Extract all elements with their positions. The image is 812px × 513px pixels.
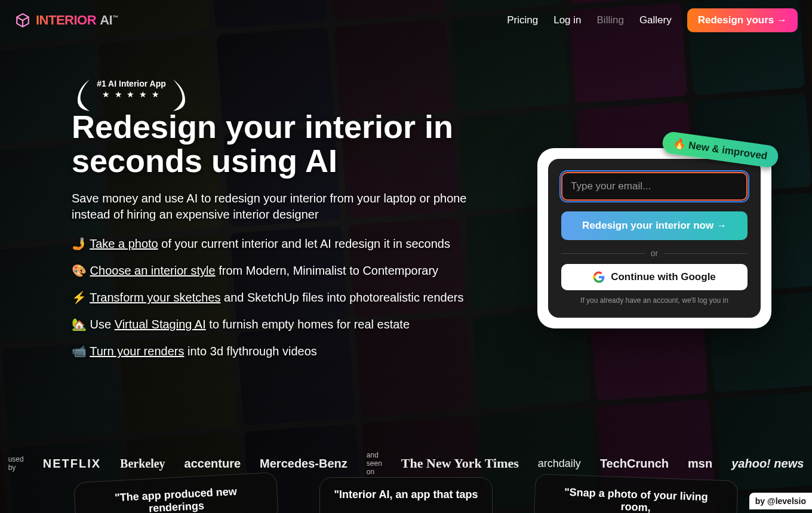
quote-card: "The app produced new renderings xyxy=(73,472,279,513)
cube-icon xyxy=(14,12,31,29)
brand-yahoo: yahoo! news xyxy=(731,457,804,471)
subheading: Save money and use AI to redesign your i… xyxy=(72,191,490,223)
brand-mercedes: Mercedes-Benz xyxy=(260,457,347,471)
brand-berkeley: Berkeley xyxy=(120,457,165,471)
page-title: Redesign your interior in seconds using … xyxy=(72,110,513,177)
feature-bullets: 🤳 Take a photo of your current interior … xyxy=(72,236,513,360)
google-icon xyxy=(593,271,605,283)
badge-text: #1 AI Interior App xyxy=(97,79,166,88)
top-nav: Pricing Log in Billing Gallery Redesign … xyxy=(507,8,798,32)
link-choose-style[interactable]: Choose an interior style xyxy=(90,264,216,277)
redesign-yours-button[interactable]: Redesign yours → xyxy=(687,8,798,32)
hero-left: #1 AI Interior App ★ ★ ★ ★ ★ Redesign yo… xyxy=(72,76,513,370)
brand-msn: msn xyxy=(688,457,712,471)
or-divider: or xyxy=(561,248,748,258)
badge-stars: ★ ★ ★ ★ ★ xyxy=(102,90,161,99)
brand-accenture: accenture xyxy=(184,457,241,471)
link-virtual-staging[interactable]: Virtual Staging AI xyxy=(115,318,206,331)
quote-cards: "The app produced new renderings "Interi… xyxy=(0,477,812,513)
logo-text: INTERIORAI™ xyxy=(36,13,118,28)
nav-billing[interactable]: Billing xyxy=(597,14,624,26)
award-badge: #1 AI Interior App ★ ★ ★ ★ ★ xyxy=(72,76,191,99)
logo[interactable]: INTERIORAI™ xyxy=(14,12,118,29)
brand-techcrunch: TechCrunch xyxy=(600,457,669,471)
site-header: INTERIORAI™ Pricing Log in Billing Galle… xyxy=(0,0,812,41)
quote-card: "Interior AI, an app that taps xyxy=(319,477,493,513)
email-input[interactable] xyxy=(561,172,748,201)
brand-netflix: NETFLIX xyxy=(43,457,101,471)
press-strip: used by NETFLIX Berkeley accenture Merce… xyxy=(0,451,812,476)
link-take-photo[interactable]: Take a photo xyxy=(90,237,158,250)
bullet-sketches: ⚡ Transform your sketches and SketchUp f… xyxy=(72,290,490,306)
hero-section: #1 AI Interior App ★ ★ ★ ★ ★ Redesign yo… xyxy=(0,41,812,370)
bullet-photo: 🤳 Take a photo of your current interior … xyxy=(72,236,490,252)
quote-card: "Snap a photo of your living room, xyxy=(534,474,739,513)
seen-on-label: and seen on xyxy=(367,451,382,476)
continue-google-button[interactable]: Continue with Google xyxy=(561,264,748,290)
brand-nyt: The New York Times xyxy=(401,456,519,471)
redesign-now-button[interactable]: Redesign your interior now → xyxy=(561,211,748,240)
nav-pricing[interactable]: Pricing xyxy=(507,14,538,26)
bullet-renders: 📹 Turn your renders into 3d flythrough v… xyxy=(72,343,490,360)
signup-card: 🔥 New & improved Redesign your interior … xyxy=(537,148,771,370)
bullet-style: 🎨 Choose an interior style from Modern, … xyxy=(72,263,490,279)
nav-login[interactable]: Log in xyxy=(553,14,581,26)
brand-archdaily: archdaily xyxy=(538,457,581,470)
link-transform-sketches[interactable]: Transform your sketches xyxy=(90,291,220,304)
used-by-label: used by xyxy=(8,455,24,472)
bullet-staging: 🏡 Use Virtual Staging AI to furnish empt… xyxy=(72,317,490,333)
laurel-left-icon xyxy=(72,76,96,112)
nav-gallery[interactable]: Gallery xyxy=(639,14,672,26)
link-turn-renders[interactable]: Turn your renders xyxy=(90,345,184,358)
laurel-right-icon xyxy=(167,76,191,112)
signup-note: If you already have an account, we'll lo… xyxy=(561,296,748,305)
byline-link[interactable]: by @levelsio xyxy=(749,493,812,509)
